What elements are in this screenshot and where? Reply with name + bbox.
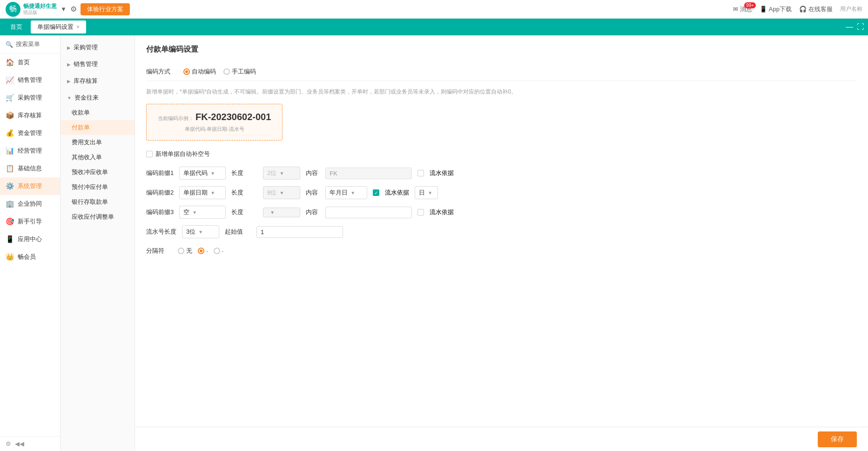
prefix-2-content-value: 年月日 bbox=[330, 188, 348, 197]
sidebar-item-guide[interactable]: 🎯 新手引导 bbox=[0, 213, 60, 230]
auto-encode-radio[interactable]: 自动编码 bbox=[183, 67, 216, 76]
prefix-2-stream-check[interactable]: ✓ bbox=[373, 189, 379, 196]
manual-encode-radio[interactable]: 手工编码 bbox=[223, 67, 256, 76]
prefix-3-length-select[interactable]: ▼ bbox=[263, 208, 300, 217]
tab-home-label: 首页 bbox=[10, 23, 22, 31]
message-button[interactable]: ✉ 消息 99+ bbox=[733, 5, 752, 13]
prefix-1-length-label: 长度 bbox=[231, 169, 257, 177]
serial-length-select[interactable]: 3位 ▼ bbox=[182, 225, 219, 238]
sidebar-item-sales[interactable]: 📈 销售管理 bbox=[0, 71, 60, 89]
sec-item-prepay-payment[interactable]: 预付冲应付单 bbox=[61, 180, 135, 195]
sidebar-item-basic[interactable]: 📋 基础信息 bbox=[0, 160, 60, 177]
sec-item-receivable-adj[interactable]: 应收应付调整单 bbox=[61, 209, 135, 224]
sidebar-item-system[interactable]: ⚙️ 系统管理 bbox=[0, 177, 60, 195]
sidebar-item-purchase-label: 采购管理 bbox=[18, 94, 42, 102]
sec-group-purchase-title[interactable]: ▶ 采购管理 bbox=[61, 40, 135, 55]
sidebar-settings-icon[interactable]: ⚙ bbox=[6, 440, 11, 447]
prefix-1-select-value: 单据代码 bbox=[183, 169, 208, 177]
start-value-input[interactable] bbox=[256, 226, 343, 238]
tab-home[interactable]: 首页 bbox=[4, 20, 29, 34]
sidebar-item-member-label: 畅会员 bbox=[18, 253, 36, 261]
sec-item-prepay-receipt[interactable]: 预收冲应收单 bbox=[61, 165, 135, 180]
tab-close-icon[interactable]: × bbox=[76, 24, 80, 30]
prefix-3-length-label: 长度 bbox=[231, 208, 257, 216]
separator-dot2-radio-dot bbox=[214, 248, 220, 254]
sidebar-item-inventory[interactable]: 📦 库存核算 bbox=[0, 107, 60, 124]
sec-group-capital-title[interactable]: ▼ 资金往来 bbox=[61, 90, 135, 105]
prefix-2-content-select[interactable]: 年月日 ▼ bbox=[325, 186, 367, 199]
separator-dot2-radio[interactable]: · bbox=[214, 248, 224, 255]
prefix-1-length-select[interactable]: 2位 ▼ bbox=[263, 167, 300, 180]
prefix-2-select[interactable]: 单据日期 ▼ bbox=[179, 186, 226, 199]
sec-group-purchase: ▶ 采购管理 bbox=[61, 40, 135, 55]
sidebar-item-enterprise[interactable]: 🏢 企业协同 bbox=[0, 195, 60, 213]
sidebar-item-member[interactable]: 👑 畅会员 bbox=[0, 248, 60, 266]
tab-minimize-icon[interactable]: — bbox=[846, 23, 853, 31]
separator-dot-radio[interactable]: · bbox=[198, 248, 208, 255]
tab-maximize-icon[interactable]: ⛶ bbox=[857, 23, 864, 31]
prefix-1-content-input[interactable] bbox=[325, 168, 412, 179]
tab-serial-setting[interactable]: 单据编码设置 × bbox=[31, 20, 86, 34]
sidebar-item-basic-label: 基础信息 bbox=[18, 164, 42, 173]
separator-dot-label: · bbox=[206, 248, 208, 255]
sec-item-bank-deposit[interactable]: 银行存取款单 bbox=[61, 195, 135, 209]
sidebar-search[interactable]: 🔍 搜索菜单 bbox=[0, 35, 60, 54]
online-service-button[interactable]: 🎧 在线客服 bbox=[799, 5, 833, 13]
serial-length-label: 流水号长度 bbox=[146, 228, 176, 236]
prefix-1-select[interactable]: 单据代码 ▼ bbox=[179, 167, 226, 180]
sec-group-inventory: ▶ 库存核算 bbox=[61, 74, 135, 88]
encode-type-label: 编码方式 bbox=[146, 67, 170, 76]
tab-bar-controls: — ⛶ bbox=[846, 23, 864, 31]
save-button[interactable]: 保存 bbox=[818, 431, 857, 447]
dropdown-arrow-icon[interactable]: ▼ bbox=[61, 6, 67, 13]
prefix-2-length-label: 长度 bbox=[231, 188, 257, 197]
mobile-icon: 📱 bbox=[760, 6, 767, 13]
prefix-3-content-input[interactable] bbox=[325, 207, 412, 218]
sidebar-item-operations[interactable]: 📊 经营管理 bbox=[0, 142, 60, 160]
sidebar-item-home[interactable]: 🏠 首页 bbox=[0, 54, 60, 71]
preview-box: 当前编码示例： FK-20230602-001 单据代码-单据日期-流水号 bbox=[146, 104, 283, 141]
serial-length-arrow-icon: ▼ bbox=[198, 229, 203, 235]
sec-group-inventory-title[interactable]: ▶ 库存核算 bbox=[61, 74, 135, 88]
separator-none-radio[interactable]: 无 bbox=[178, 247, 192, 255]
inventory-icon: 📦 bbox=[6, 111, 14, 120]
try-industry-button[interactable]: 体验行业方案 bbox=[81, 3, 130, 15]
logo: 畅 畅捷通好生意 猎品版 bbox=[6, 2, 57, 17]
prefix-3-select[interactable]: 空 ▼ bbox=[179, 206, 226, 219]
prefix-1-stream-check[interactable] bbox=[417, 170, 424, 176]
logo-icon: 畅 bbox=[6, 2, 20, 17]
auto-fill-label: 新增单据自动补空号 bbox=[155, 150, 210, 158]
prefix-2-stream-select[interactable]: 日 ▼ bbox=[415, 186, 438, 199]
prefix-2-length-select[interactable]: 8位 ▼ bbox=[263, 186, 300, 199]
auto-fill-checkbox[interactable] bbox=[146, 151, 153, 157]
chevron-right-icon: ▶ bbox=[67, 45, 71, 50]
content-area: ▶ 采购管理 ▶ 销售管理 ▶ 库存核算 ▼ 资金往来 bbox=[61, 35, 868, 451]
auto-encode-label: 自动编码 bbox=[192, 67, 216, 76]
sidebar-item-finance[interactable]: 💰 资金管理 bbox=[0, 124, 60, 142]
sec-item-expense[interactable]: 费用支出单 bbox=[61, 135, 135, 150]
sidebar-item-app-center[interactable]: 📱 应用中心 bbox=[0, 230, 60, 248]
settings-icon[interactable]: ⚙ bbox=[70, 5, 77, 13]
sec-group-sales-label: 销售管理 bbox=[74, 60, 98, 68]
manual-encode-radio-dot bbox=[223, 68, 230, 75]
prefix-3-stream-check[interactable] bbox=[417, 209, 424, 215]
sec-item-receipt[interactable]: 收款单 bbox=[61, 105, 135, 120]
app-download-label: App下载 bbox=[769, 5, 792, 13]
top-bar-right: ✉ 消息 99+ 📱 App下载 🎧 在线客服 用户名称 bbox=[733, 5, 862, 13]
chevron-right-icon-3: ▶ bbox=[67, 79, 71, 84]
main-layout: 🔍 搜索菜单 🏠 首页 📈 销售管理 🛒 采购管理 📦 库存核算 💰 资金管理 … bbox=[0, 35, 868, 451]
sec-group-sales-title[interactable]: ▶ 销售管理 bbox=[61, 57, 135, 72]
search-icon: 🔍 bbox=[6, 41, 13, 48]
sec-item-payment[interactable]: 付款单 bbox=[61, 120, 135, 135]
app-download-button[interactable]: 📱 App下载 bbox=[760, 5, 792, 13]
prefix-3-length-arrow-icon: ▼ bbox=[270, 210, 275, 215]
member-icon: 👑 bbox=[6, 253, 14, 261]
sidebar-item-purchase[interactable]: 🛒 采购管理 bbox=[0, 89, 60, 107]
chevron-right-icon-2: ▶ bbox=[67, 62, 71, 67]
sidebar-collapse-icon[interactable]: ◀◀ bbox=[15, 440, 24, 447]
sidebar-item-sales-label: 销售管理 bbox=[18, 76, 42, 84]
sidebar-item-operations-label: 经营管理 bbox=[18, 147, 42, 155]
prefix-3-content-label: 内容 bbox=[306, 208, 320, 216]
system-icon: ⚙️ bbox=[6, 182, 14, 190]
sec-item-income[interactable]: 其他收入单 bbox=[61, 150, 135, 165]
